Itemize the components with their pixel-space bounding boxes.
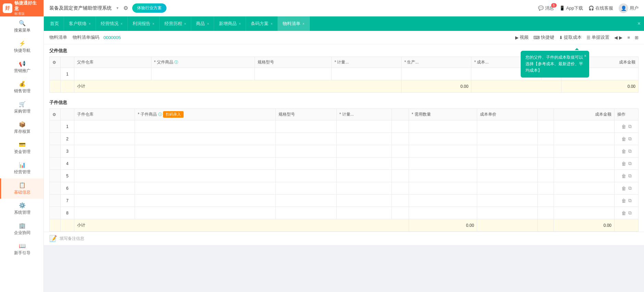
view-btn[interactable]: ▶ 视频 <box>515 34 529 40</box>
user-label: 用户 <box>630 5 639 11</box>
bottom-bar-placeholder[interactable]: 填写备注信息 <box>60 236 84 242</box>
child-row1-product[interactable] <box>135 120 276 133</box>
tab-bom[interactable]: 物料清单 × <box>278 16 310 31</box>
app-download-item[interactable]: 📱 App下载 <box>559 5 583 11</box>
user-item[interactable]: 👤 用户 <box>619 3 639 13</box>
sidebar-item-inventory[interactable]: 📦 库存核算 <box>0 118 44 138</box>
delete-icon[interactable]: 🗑 <box>621 136 626 142</box>
tab-add-product-close[interactable]: × <box>239 22 241 26</box>
parent-row-product[interactable] <box>151 68 255 80</box>
parent-subtotal-label: 小计 <box>74 80 401 93</box>
parent-row-production[interactable] <box>401 68 471 80</box>
copy-icon[interactable]: ⧉ <box>628 185 632 191</box>
prev-btn[interactable]: ◀ <box>614 35 618 40</box>
table-row: 6 🗑⧉ <box>50 182 639 195</box>
sidebar-item-sales[interactable]: 💰 销售管理 <box>0 77 44 97</box>
child-col-gear[interactable]: ⚙ <box>50 109 61 120</box>
next-btn[interactable]: ▶ <box>619 35 622 40</box>
top-header-right: 💬 消息 6 📱 App下载 🎧 在线客服 👤 用户 <box>538 3 639 13</box>
cost-btn[interactable]: ⬇ 提取成本 <box>559 34 582 40</box>
parent-row-unit[interactable] <box>332 68 401 80</box>
child-row1-spec[interactable] <box>276 120 336 133</box>
system-title: 装备及固定资产辅助管理系统 <box>49 5 112 11</box>
sidebar-item-operations[interactable]: 📊 经营管理 <box>0 158 44 178</box>
sidebar-subtitle: 标准版 <box>14 11 41 16</box>
child-row1-unit-price[interactable] <box>477 120 537 133</box>
tab-bom-close[interactable]: × <box>302 22 305 26</box>
parent-subtotal-gear <box>50 80 61 93</box>
sidebar-item-label: 企业协同 <box>14 230 30 236</box>
tooltip-close-btn[interactable]: × <box>584 53 586 59</box>
setting-btn[interactable]: ☰ 单据设置 <box>586 34 609 40</box>
copy-icon[interactable]: ⧉ <box>628 148 632 154</box>
parent-row-warehouse[interactable] <box>74 68 151 80</box>
child-row1-cost-amount <box>554 120 614 133</box>
tab-history[interactable]: 经营历程 × <box>160 16 191 31</box>
flash-icon: ⚡ <box>19 40 26 47</box>
scan-button[interactable]: 扫码录入 <box>163 111 184 118</box>
sidebar-item-purchase[interactable]: 🛒 采购管理 <box>0 97 44 118</box>
tab-barcode-close[interactable]: × <box>271 22 273 26</box>
tab-profit[interactable]: 利润报告 × <box>128 16 160 31</box>
trial-button[interactable]: 体验行业方案 <box>132 3 166 13</box>
money-icon: 💰 <box>19 81 26 87</box>
tab-customer-close[interactable]: × <box>89 22 91 26</box>
copy-icon[interactable]: ⧉ <box>628 210 632 216</box>
copy-icon[interactable]: ⧉ <box>628 198 632 203</box>
sidebar-item-system[interactable]: ⚙️ 系统管理 <box>0 199 44 219</box>
sidebar-item-marketing[interactable]: 📢 营销推广 <box>0 57 44 77</box>
child-subtotal-label: 小计 <box>74 219 409 232</box>
tab-product-close[interactable]: × <box>207 22 209 26</box>
sidebar-item-basic-info[interactable]: 📋 基础信息 <box>0 178 44 199</box>
delete-icon[interactable]: 🗑 <box>621 124 626 129</box>
close-all-tabs[interactable]: × <box>634 21 644 27</box>
parent-row-spec[interactable] <box>255 68 332 80</box>
tab-home[interactable]: 首页 <box>45 16 64 31</box>
child-row1-qty[interactable] <box>409 120 477 133</box>
copy-icon[interactable]: ⧉ <box>628 124 632 129</box>
delete-icon[interactable]: 🗑 <box>621 198 626 203</box>
table-row: 4 🗑⧉ <box>50 157 639 170</box>
sidebar-item-quick-nav[interactable]: ⚡ 快捷导航 <box>0 37 44 57</box>
sidebar-item-search[interactable]: 🔍 搜索菜单 <box>0 16 44 37</box>
parent-col-production: * 生产... <box>401 57 471 68</box>
delete-icon[interactable]: 🗑 <box>621 186 626 191</box>
message-item[interactable]: 💬 消息 6 <box>538 5 554 11</box>
system-dropdown-arrow[interactable]: ▼ <box>116 6 119 10</box>
delete-icon[interactable]: 🗑 <box>621 173 626 179</box>
child-col-qty: * 需用数量 <box>409 109 477 120</box>
tab-history-close[interactable]: × <box>184 22 186 26</box>
tab-profit-close[interactable]: × <box>152 22 154 26</box>
tab-customer-label: 客户联络 <box>69 21 87 27</box>
tab-product[interactable]: 商品 × <box>191 16 214 31</box>
breadcrumb-parent[interactable]: 物料清单 <box>49 34 67 40</box>
tooltip-text: 您的父件、子件的成本取值可以选择【参考成本、最新进价、平均成本】 <box>525 55 583 73</box>
clipboard-icon: 📋 <box>19 182 26 188</box>
tab-operations-close[interactable]: × <box>121 22 123 26</box>
header-gear-icon[interactable]: ⚙ <box>123 5 128 11</box>
sidebar-item-enterprise[interactable]: 🏢 企业协同 <box>0 219 44 239</box>
child-row1-unit[interactable] <box>336 120 392 133</box>
delete-icon[interactable]: 🗑 <box>621 161 626 166</box>
sidebar-item-finance[interactable]: 💳 资金管理 <box>0 138 44 158</box>
sidebar-item-guide[interactable]: 📖 新手引导 <box>0 239 44 259</box>
sidebar-item-label: 采购管理 <box>14 108 30 114</box>
delete-icon[interactable]: 🗑 <box>621 149 626 154</box>
child-col-spacer2 <box>538 109 554 120</box>
headset-icon: 🎧 <box>589 5 594 11</box>
copy-icon[interactable]: ⧉ <box>628 136 632 142</box>
shortcut-btn[interactable]: ⌨ 快捷键 <box>533 34 554 40</box>
copy-icon[interactable]: ⧉ <box>628 161 632 166</box>
copy-icon[interactable]: ⧉ <box>628 173 632 179</box>
list-view-btn[interactable]: ≡ <box>627 35 630 40</box>
grid-view-btn[interactable]: ⊞ <box>635 35 639 40</box>
child-row1-warehouse[interactable] <box>74 120 135 133</box>
tab-operations[interactable]: 经营情况 × <box>96 16 128 31</box>
online-service-item[interactable]: 🎧 在线客服 <box>589 5 613 11</box>
tab-customer[interactable]: 客户联络 × <box>64 16 96 31</box>
child-col-action: 操作 <box>615 109 639 120</box>
delete-icon[interactable]: 🗑 <box>621 210 626 216</box>
tab-barcode[interactable]: 条码方案 × <box>246 16 278 31</box>
tab-add-product[interactable]: 新增商品 × <box>214 16 246 31</box>
parent-col-gear[interactable]: ⚙ <box>50 57 61 68</box>
